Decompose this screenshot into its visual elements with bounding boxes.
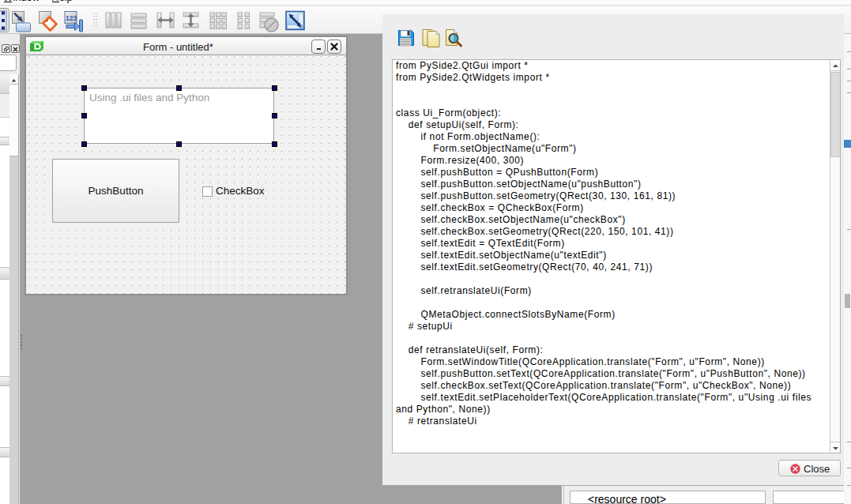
svg-text:123: 123	[66, 14, 77, 22]
